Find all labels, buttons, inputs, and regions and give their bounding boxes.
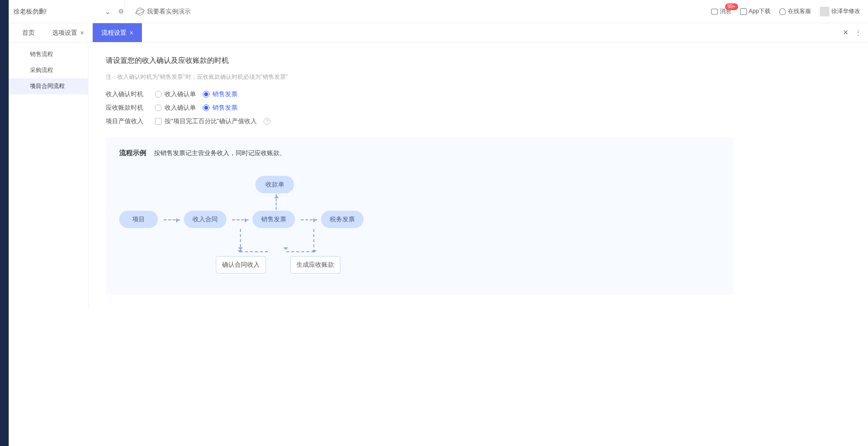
tab-label: 选项设置: [52, 29, 77, 37]
example-desc: 按销售发票记主营业务收入，同时记应收账款。: [154, 149, 286, 158]
close-all-icon[interactable]: ×: [843, 28, 848, 38]
app-left-rail: [0, 0, 9, 308]
radio-label: 销售发票: [212, 90, 238, 99]
sidebar-item-purchase[interactable]: 采购流程: [9, 62, 88, 78]
node-receipt: 收款单: [255, 176, 294, 193]
arrow-down-icon: [312, 250, 317, 255]
demo-link-label: 我要看实例演示: [147, 7, 191, 16]
form-label: 收入确认时机: [106, 90, 148, 99]
avatar-icon: [820, 7, 829, 16]
radio-income-invoice[interactable]: 销售发票: [203, 90, 238, 99]
tab-label: 首页: [22, 29, 35, 37]
process-sidebar: 销售流程 采购流程 项目合同流程: [9, 43, 88, 308]
close-icon[interactable]: ×: [80, 29, 84, 37]
connector-icon: [286, 229, 314, 252]
flow-diagram: 项目 收入合同 销售发票 税务发票 收款单 确认合同收入 生成应收账款: [119, 169, 390, 275]
org-selector[interactable]: 徐老板勿删! ⌄ ⚙: [14, 0, 125, 23]
radio-label: 收入确认单: [165, 90, 196, 99]
content-area: 请设置您的收入确认及应收账款的时机 注：收入确认时机为"销售发票"时，应收账款确…: [88, 43, 868, 308]
org-name: 徐老板勿删!: [14, 7, 100, 16]
checkbox-label: 按"项目完工百分比"确认产值收入: [165, 117, 257, 126]
row-receivable-time: 应收账款时机 收入确认单 销售发票: [106, 103, 851, 112]
radio-icon: [155, 104, 162, 111]
radio-receivable-confirm[interactable]: 收入确认单: [155, 103, 196, 112]
tab-home[interactable]: 首页: [14, 23, 43, 42]
radio-label: 收入确认单: [165, 103, 196, 112]
checkbox-output-income[interactable]: 按"项目完工百分比"确认产值收入: [155, 117, 257, 126]
help-icon[interactable]: ?: [264, 118, 270, 125]
messages-badge: 99+: [725, 3, 738, 10]
radio-label: 销售发票: [212, 103, 238, 112]
row-output-income: 项目产值收入 按"项目完工百分比"确认产值收入 ?: [106, 117, 851, 126]
form-label: 应收账款时机: [106, 103, 148, 112]
radio-icon: [203, 104, 210, 111]
radio-icon: [155, 91, 162, 98]
page-note: 注：收入确认时机为"销售发票"时，应收账款确认时机必须为"销售发票": [106, 73, 851, 81]
flow-example-panel: 流程示例 按销售发票记主营业务收入，同时记应收账款。 项目 收入合同 销售发票 …: [106, 137, 733, 295]
node-income-contract: 收入合同: [184, 211, 226, 228]
sidebar-item-contract[interactable]: 项目合同流程: [9, 78, 88, 94]
node-confirm-income: 确认合同收入: [216, 256, 266, 273]
tab-options[interactable]: 选项设置 ×: [43, 23, 93, 42]
app-download-label: App下载: [749, 7, 770, 15]
top-bar: 徐老板勿删! ⌄ ⚙ 我要看实例演示 消息 99+ App下载 在线客服 徐泽华…: [0, 0, 868, 23]
node-project: 项目: [119, 211, 158, 228]
close-icon[interactable]: ×: [129, 29, 133, 37]
node-gen-receivable: 生成应收账款: [290, 256, 340, 273]
download-icon: [740, 8, 747, 15]
node-sales-invoice: 销售发票: [252, 211, 295, 228]
arrow-icon: [164, 219, 180, 220]
checkbox-icon: [155, 118, 162, 125]
node-tax-invoice: 税务发票: [321, 211, 364, 228]
app-download-link[interactable]: App下载: [740, 7, 770, 15]
arrow-icon: [301, 219, 317, 220]
chat-icon: [711, 9, 718, 14]
more-icon[interactable]: ⋮: [855, 29, 861, 36]
demo-link[interactable]: 我要看实例演示: [136, 7, 191, 16]
chevron-down-icon[interactable]: ⌄: [105, 8, 111, 15]
username-label: 徐泽华修改: [831, 7, 860, 15]
page-title: 请设置您的收入确认及应收账款的时机: [106, 56, 851, 65]
headset-icon: [779, 8, 786, 15]
user-menu[interactable]: 徐泽华修改: [820, 7, 860, 16]
tab-label: 流程设置: [101, 29, 126, 37]
messages-link[interactable]: 消息 99+: [711, 7, 731, 15]
support-label: 在线客服: [788, 7, 811, 15]
radio-icon: [203, 91, 210, 98]
example-title: 流程示例: [119, 149, 146, 158]
arrow-down-icon: [238, 250, 242, 255]
top-right-actions: 消息 99+ App下载 在线客服 徐泽华修改: [711, 7, 860, 16]
sidebar-item-sales[interactable]: 销售流程: [9, 46, 88, 62]
planet-icon: [136, 8, 144, 15]
arrow-up-icon: [276, 194, 277, 210]
row-income-time: 收入确认时机 收入确认单 销售发票: [106, 90, 851, 99]
support-link[interactable]: 在线客服: [779, 7, 811, 15]
form-label: 项目产值收入: [106, 117, 148, 126]
connector-icon: [240, 229, 268, 252]
gear-icon[interactable]: ⚙: [118, 8, 124, 15]
radio-receivable-invoice[interactable]: 销售发票: [203, 103, 238, 112]
tabs-bar: 首页 选项设置 × 流程设置 × × ⋮: [0, 23, 868, 43]
radio-income-confirm[interactable]: 收入确认单: [155, 90, 196, 99]
tabs-right-actions: × ⋮: [836, 23, 868, 42]
tab-process[interactable]: 流程设置 ×: [93, 23, 142, 42]
arrow-icon: [232, 219, 249, 220]
